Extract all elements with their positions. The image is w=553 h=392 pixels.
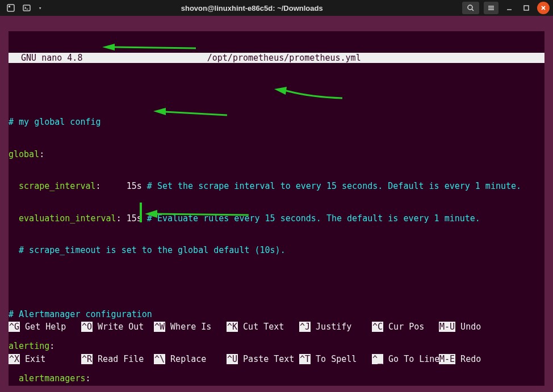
gnome-topbar: ▾ shovon@linuxhint-e86c5d: ~/Downloads	[0, 0, 553, 16]
shortcut-label: Get Help	[20, 322, 66, 332]
svg-rect-10	[524, 6, 529, 10]
code-comment: # Set the scrape interval to every 15 se…	[147, 181, 521, 191]
code-comment: # my global config	[9, 117, 101, 127]
search-button[interactable]	[462, 2, 479, 14]
svg-marker-15	[274, 87, 287, 95]
code-key: global	[9, 149, 39, 159]
svg-point-4	[468, 5, 472, 10]
nano-shortcut-bar: ^G Get Help ^O Write Out ^W Where Is ^K …	[9, 301, 544, 386]
svg-line-13	[114, 47, 196, 48]
window-title: shovon@linuxhint-e86c5d: ~/Downloads	[44, 4, 460, 12]
nano-titlebar: GNU nano 4.8 /opt/prometheus/prometheus.…	[9, 53, 544, 64]
terminal-app-icon[interactable]	[23, 4, 31, 12]
topbar-right	[462, 2, 550, 14]
nano-app-label: GNU nano 4.8	[11, 53, 94, 64]
maximize-button[interactable]	[520, 2, 533, 14]
close-button[interactable]	[537, 2, 550, 14]
menu-dropdown-icon[interactable]: ▾	[39, 5, 41, 11]
code-key: evaluation_interval	[9, 213, 116, 224]
hamburger-menu-button[interactable]	[484, 2, 498, 14]
nano-filename: /opt/prometheus/prometheus.yml	[94, 53, 474, 64]
svg-marker-14	[102, 44, 115, 50]
code-key: scrape_interval	[9, 181, 96, 191]
terminal-window[interactable]: GNU nano 4.8 /opt/prometheus/prometheus.…	[9, 31, 544, 386]
minimize-button[interactable]	[503, 2, 516, 14]
topbar-left: ▾	[3, 4, 41, 12]
svg-rect-1	[9, 6, 10, 7]
svg-rect-0	[7, 5, 14, 11]
shortcut-key: ^G	[9, 322, 20, 332]
shortcut-row-2: ^X Exit ^R Read File ^\ Replace ^U Paste…	[9, 354, 544, 365]
svg-line-5	[472, 9, 474, 11]
code-comment: # Evaluate rules every 15 seconds. The d…	[147, 213, 480, 224]
code-comment: # scrape_timeout is set to the global de…	[9, 245, 286, 255]
svg-rect-2	[23, 5, 30, 11]
shortcut-row-1: ^G Get Help ^O Write Out ^W Where Is ^K …	[9, 322, 544, 332]
activities-icon[interactable]	[7, 4, 15, 12]
